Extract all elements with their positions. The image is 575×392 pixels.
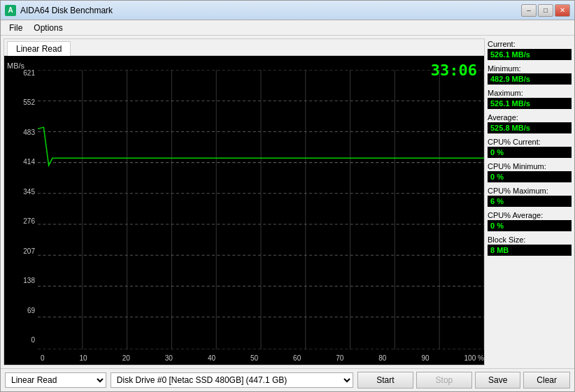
y-label-552: 552 bbox=[23, 99, 35, 106]
stat-minimum-label: Minimum: bbox=[488, 64, 572, 73]
y-label-621: 621 bbox=[23, 70, 35, 77]
maximize-button[interactable]: □ bbox=[538, 4, 553, 17]
tab-linear-read[interactable]: Linear Read bbox=[7, 41, 71, 56]
x-label-20: 20 bbox=[122, 354, 130, 362]
stat-cpu-current-label: CPU% Current: bbox=[488, 138, 572, 146]
x-label-10: 10 bbox=[80, 354, 87, 362]
stat-maximum: Maximum: 526.1 MB/s bbox=[488, 89, 572, 109]
stat-cpu-average-label: CPU% Average: bbox=[488, 211, 572, 219]
app-icon: A bbox=[5, 5, 16, 16]
menu-options[interactable]: Options bbox=[28, 22, 68, 34]
y-label-345: 345 bbox=[23, 189, 35, 196]
chart-area: MB/s 33:06 621 552 483 414 345 276 207 1… bbox=[4, 56, 484, 365]
stat-cpu-maximum: CPU% Maximum: 6 % bbox=[488, 187, 572, 207]
right-panel: Current: 526.1 MB/s Minimum: 482.9 MB/s … bbox=[488, 38, 572, 365]
main-content: Linear Read MB/s 33:06 621 552 483 414 3… bbox=[1, 36, 574, 368]
stat-block-size-value: 8 MB bbox=[488, 245, 572, 256]
left-panel: Linear Read MB/s 33:06 621 552 483 414 3… bbox=[3, 38, 485, 365]
x-label-50: 50 bbox=[250, 354, 258, 362]
stat-current: Current: 526.1 MB/s bbox=[488, 40, 572, 60]
stat-cpu-maximum-value: 6 % bbox=[488, 196, 572, 207]
test-type-dropdown[interactable]: Linear Read bbox=[5, 372, 106, 388]
stat-block-size-label: Block Size: bbox=[488, 235, 572, 244]
stat-cpu-average: CPU% Average: 0 % bbox=[488, 211, 572, 231]
stat-average-label: Average: bbox=[488, 113, 572, 122]
y-label-483: 483 bbox=[23, 129, 35, 136]
window-title: AIDA64 Disk Benchmark bbox=[20, 6, 521, 15]
y-axis-labels: 621 552 483 414 345 276 207 138 69 0 bbox=[4, 70, 38, 344]
y-label-414: 414 bbox=[23, 159, 35, 166]
x-label-80: 80 bbox=[378, 354, 386, 362]
stat-cpu-minimum-label: CPU% Minimum: bbox=[488, 162, 572, 170]
chart-grid bbox=[38, 70, 484, 349]
action-buttons: Start Stop Save Clear bbox=[357, 372, 570, 389]
stat-average: Average: 525.8 MB/s bbox=[488, 113, 572, 133]
x-label-40: 40 bbox=[208, 354, 215, 362]
y-label-69: 69 bbox=[27, 307, 35, 314]
y-label-276: 276 bbox=[23, 218, 35, 225]
main-window: A AIDA64 Disk Benchmark – □ ✕ File Optio… bbox=[0, 0, 575, 392]
menu-bar: File Options bbox=[1, 20, 574, 36]
x-label-0: 0 bbox=[41, 354, 45, 362]
stop-button[interactable]: Stop bbox=[416, 372, 472, 389]
chart-mbs-label: MB/s bbox=[7, 61, 24, 70]
y-label-0: 0 bbox=[31, 337, 35, 344]
stat-current-label: Current: bbox=[488, 40, 572, 48]
stat-average-value: 525.8 MB/s bbox=[488, 122, 572, 133]
stat-maximum-value: 526.1 MB/s bbox=[488, 98, 572, 109]
y-label-138: 138 bbox=[23, 277, 35, 284]
stat-block-size: Block Size: 8 MB bbox=[488, 235, 572, 256]
x-label-30: 30 bbox=[165, 354, 173, 362]
stat-current-value: 526.1 MB/s bbox=[488, 49, 572, 60]
x-label-90: 90 bbox=[421, 354, 429, 362]
tab-bar: Linear Read bbox=[4, 39, 484, 56]
x-label-100: 100 % bbox=[464, 354, 484, 362]
clear-button[interactable]: Clear bbox=[523, 372, 570, 389]
save-button[interactable]: Save bbox=[475, 372, 520, 389]
menu-file[interactable]: File bbox=[3, 22, 28, 34]
title-bar-buttons: – □ ✕ bbox=[521, 4, 570, 17]
y-label-207: 207 bbox=[23, 248, 35, 255]
stat-cpu-minimum: CPU% Minimum: 0 % bbox=[488, 162, 572, 182]
stat-minimum-value: 482.9 MB/s bbox=[488, 73, 572, 85]
minimize-button[interactable]: – bbox=[521, 4, 537, 17]
stat-maximum-label: Maximum: bbox=[488, 89, 572, 97]
stat-cpu-minimum-value: 0 % bbox=[488, 171, 572, 182]
bottom-bar: Linear Read Disk Drive #0 [Netac SSD 480… bbox=[1, 368, 574, 391]
stat-cpu-average-value: 0 % bbox=[488, 220, 572, 231]
title-bar: A AIDA64 Disk Benchmark – □ ✕ bbox=[1, 1, 574, 20]
x-label-60: 60 bbox=[293, 354, 301, 362]
x-label-70: 70 bbox=[336, 354, 343, 362]
stat-cpu-maximum-label: CPU% Maximum: bbox=[488, 187, 572, 195]
start-button[interactable]: Start bbox=[357, 372, 413, 389]
close-button[interactable]: ✕ bbox=[555, 4, 570, 17]
stat-cpu-current: CPU% Current: 0 % bbox=[488, 138, 572, 158]
stat-minimum: Minimum: 482.9 MB/s bbox=[488, 64, 572, 85]
drive-dropdown[interactable]: Disk Drive #0 [Netac SSD 480GB] (447.1 G… bbox=[111, 372, 353, 388]
x-axis-labels: 0 10 20 30 40 50 60 70 80 90 100 % bbox=[38, 354, 484, 362]
stat-cpu-current-value: 0 % bbox=[488, 147, 572, 158]
